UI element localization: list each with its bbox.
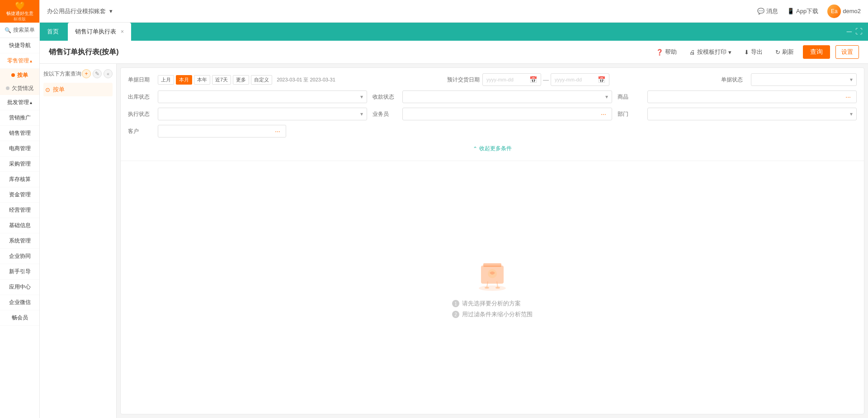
print-btn[interactable]: 🖨 按模板打印 ▾ xyxy=(686,46,735,58)
sidebar-search[interactable]: 🔍 搜索菜单 xyxy=(0,23,39,38)
header-breadcrumb: 办公用品行业模拟账套 ▾ xyxy=(47,7,113,15)
empty-illustration xyxy=(470,256,515,294)
collapse-more-btn[interactable]: ⌃ 收起更多条件 xyxy=(128,142,857,155)
dept-field: 部门 ▾ xyxy=(618,108,857,120)
breadcrumb-arrow[interactable]: ▾ xyxy=(109,8,113,14)
ship-status-select[interactable]: ▾ xyxy=(158,90,367,103)
date-btn-last-month[interactable]: 上月 xyxy=(158,75,174,85)
sidebar-item-sales[interactable]: 销售管理 xyxy=(0,126,39,141)
date-field: 单据日期 上月 本月 本年 近7天 更多 自定义 2023-03-01 至 20… xyxy=(128,75,335,85)
tab-bar-actions: ─ ⛶ xyxy=(847,28,868,36)
sidebar-item-app-center[interactable]: 应用中心 xyxy=(0,280,39,295)
sidebar-item-enterprise[interactable]: 企业协同 xyxy=(0,249,39,264)
doc-status-field: 单据状态 ▾ xyxy=(721,73,857,86)
maximize-icon[interactable]: ⛶ xyxy=(855,28,863,36)
calendar-from-icon[interactable]: 📅 xyxy=(529,76,537,83)
customer-ellipsis[interactable]: ··· xyxy=(273,128,282,135)
goods-label: 商品 xyxy=(618,93,645,101)
app-subtitle: 标准版 xyxy=(14,16,26,22)
filter-panel-icons: + ✎ « xyxy=(82,69,113,78)
collapse-label: 收起更多条件 xyxy=(479,145,512,152)
tab-home[interactable]: 首页 xyxy=(40,23,66,41)
sidebar-item-purchase[interactable]: 采购管理 xyxy=(0,157,39,172)
calendar-to-icon[interactable]: 📅 xyxy=(598,76,605,83)
date-btn-7days[interactable]: 近7天 xyxy=(212,75,231,85)
sidebar-item-wechat[interactable]: 企业微信 xyxy=(0,295,39,310)
avatar-text: Ea xyxy=(831,8,838,14)
date-btn-this-year[interactable]: 本年 xyxy=(194,75,210,85)
empty-tips: 1 请先选择要分析的方案 2 用过滤条件来缩小分析范围 xyxy=(452,299,533,318)
filter-panel-title: 按以下方案查询 xyxy=(43,70,81,78)
date-btn-more[interactable]: 更多 xyxy=(233,75,249,85)
filter-panel-header: 按以下方案查询 + ✎ « xyxy=(43,69,113,78)
salesperson-ellipsis[interactable]: ··· xyxy=(599,110,608,118)
filter-row-4: 客户 ··· xyxy=(128,125,857,138)
app-download-btn[interactable]: 📱 App下载 xyxy=(787,7,818,15)
help-btn[interactable]: ❓ 帮助 xyxy=(652,46,680,58)
sidebar-item-guide[interactable]: 新手引导 xyxy=(0,264,39,280)
receive-status-select[interactable]: ▾ xyxy=(402,90,612,103)
goods-ellipsis[interactable]: ··· xyxy=(844,93,853,100)
sidebar-item-member[interactable]: 畅会员 xyxy=(0,310,39,326)
active-dot xyxy=(11,73,15,77)
tab-sales-order[interactable]: 销售订单执行表 × xyxy=(68,23,131,41)
date-btn-custom[interactable]: 自定义 xyxy=(251,75,272,85)
edit-scheme-btn[interactable]: ✎ xyxy=(93,69,102,78)
settings-btn[interactable]: 设置 xyxy=(835,45,859,59)
app-logo: 🧡 畅捷通好生意 标准版 xyxy=(0,0,39,23)
date-to-input[interactable]: yyyy-mm-dd 📅 xyxy=(551,73,609,86)
doc-status-label: 单据状态 xyxy=(721,76,748,84)
message-icon: 💬 xyxy=(757,8,764,14)
sidebar-item-basic-info[interactable]: 基础信息 xyxy=(0,218,39,233)
salesperson-select[interactable]: ··· xyxy=(402,108,612,120)
salesperson-label: 业务员 xyxy=(373,110,400,118)
print-chevron: ▾ xyxy=(728,49,731,56)
export-btn[interactable]: ⬇ 导出 xyxy=(741,46,766,58)
help-label: 帮助 xyxy=(665,48,677,56)
sidebar-item-marketing[interactable]: 营销推广 xyxy=(0,110,39,126)
filter-item-by-order[interactable]: ⊙ 按单 xyxy=(43,83,113,96)
date-btn-this-month[interactable]: 本月 xyxy=(176,75,192,85)
app-download-label: App下载 xyxy=(796,7,818,15)
edit-icon: ✎ xyxy=(95,71,99,77)
date-from-input[interactable]: yyyy-mm-dd 📅 xyxy=(482,73,541,86)
minimize-icon[interactable]: ─ xyxy=(847,28,852,36)
sidebar-item-quick-nav[interactable]: 快捷导航 xyxy=(0,38,39,53)
dept-select[interactable]: ▾ xyxy=(647,108,857,120)
message-label: 消息 xyxy=(766,7,778,15)
sidebar-item-ecommerce[interactable]: 电商管理 xyxy=(0,141,39,157)
query-btn[interactable]: 查询 xyxy=(803,45,830,59)
sidebar-sub-item-by-order[interactable]: 按单 xyxy=(0,69,39,82)
svg-point-0 xyxy=(479,285,506,291)
search-icon: 🔍 xyxy=(5,27,11,33)
content-area: 按以下方案查询 + ✎ « ⊙ 按单 xyxy=(40,64,868,418)
sidebar-item-inventory[interactable]: 库存核算 xyxy=(0,172,39,187)
sidebar-item-operations[interactable]: 经营管理 xyxy=(0,203,39,218)
tip-num-1: 1 xyxy=(452,300,459,307)
exec-status-select[interactable]: ▾ xyxy=(158,108,367,120)
chevron-icon2: ▴ xyxy=(30,100,32,105)
sidebar-item-system[interactable]: 系统管理 xyxy=(0,233,39,249)
customer-select[interactable]: ··· xyxy=(158,125,286,138)
sidebar-item-finance[interactable]: 资金管理 xyxy=(0,187,39,203)
sidebar: 🧡 畅捷通好生意 标准版 🔍 搜索菜单 快捷导航 零售管理 ▴ 按单 欠货情况 … xyxy=(0,0,40,418)
collapse-panel-btn[interactable]: « xyxy=(104,69,113,78)
dept-chevron: ▾ xyxy=(850,111,853,117)
sidebar-item-retail[interactable]: 零售管理 ▴ xyxy=(0,53,39,69)
filter-row-3: 执行状态 ▾ 业务员 ··· xyxy=(128,108,857,120)
collapse-icon: « xyxy=(107,71,109,76)
user-profile[interactable]: Ea demo2 xyxy=(827,5,861,18)
sidebar-item-wholesale[interactable]: 批发管理 ▴ xyxy=(0,95,39,110)
refresh-btn[interactable]: ↻ 刷新 xyxy=(772,46,797,58)
add-scheme-btn[interactable]: + xyxy=(82,69,91,78)
message-btn[interactable]: 💬 消息 xyxy=(757,7,778,15)
doc-status-select[interactable]: ▾ xyxy=(751,73,857,86)
customer-field: 客户 ··· xyxy=(128,125,286,138)
user-name: demo2 xyxy=(843,8,861,14)
tab-close-icon[interactable]: × xyxy=(121,28,124,35)
expected-date-label: 预计交货日期 xyxy=(447,76,480,84)
query-label: 查询 xyxy=(810,48,823,56)
sidebar-sub-item-shortage[interactable]: 欠货情况 xyxy=(0,82,39,95)
goods-select[interactable]: ··· xyxy=(647,90,857,103)
date-range-from: yyyy-mm-dd 📅 — yyyy-mm-dd 📅 xyxy=(482,73,609,86)
